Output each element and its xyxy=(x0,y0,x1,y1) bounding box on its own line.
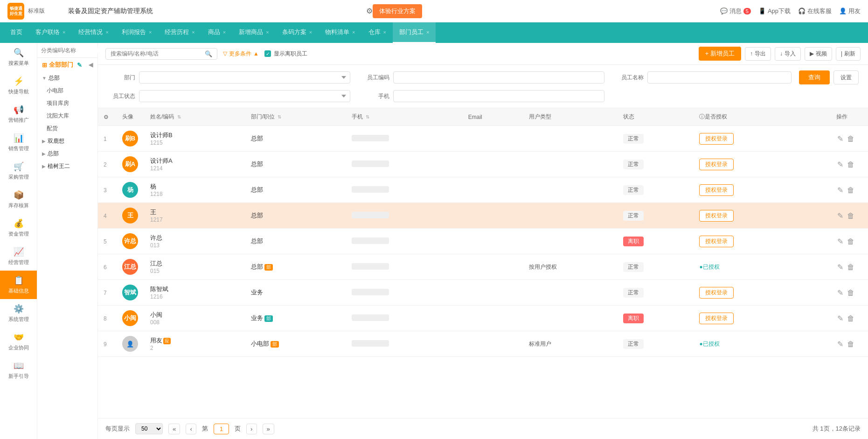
nav-tab-仓库[interactable]: 仓库× xyxy=(362,22,393,43)
tab-close-icon[interactable]: × xyxy=(352,29,355,35)
auth-btn[interactable]: 授权登录 xyxy=(699,133,734,145)
import-btn[interactable]: ↓ 导入 xyxy=(775,47,801,61)
left-nav-item-企业协同[interactable]: 🤝企业协同 xyxy=(0,328,37,356)
delete-btn[interactable]: 🗑 xyxy=(846,237,855,247)
delete-btn[interactable]: 🗑 xyxy=(846,160,855,170)
tab-close-icon[interactable]: × xyxy=(62,29,65,35)
delete-btn[interactable]: 🗑 xyxy=(846,339,855,349)
nav-tab-利润报告[interactable]: 利润报告× xyxy=(115,22,158,43)
tab-close-icon[interactable]: × xyxy=(223,29,226,35)
nav-tab-客户联络[interactable]: 客户联络× xyxy=(29,22,72,43)
delete-btn[interactable]: 🗑 xyxy=(846,288,855,298)
try-btn[interactable]: 体验行业方案 xyxy=(373,4,422,18)
settings-icon[interactable]: ⚙ xyxy=(366,7,373,15)
edit-btn[interactable]: ✎ xyxy=(836,185,844,195)
th-phone[interactable]: 手机 ⇅ xyxy=(346,108,463,126)
edit-btn[interactable]: ✎ xyxy=(836,287,844,298)
left-nav-item-销售管理[interactable]: 📊销售管理 xyxy=(0,128,37,157)
search-icon[interactable]: 🔍 xyxy=(205,50,212,57)
message-btn[interactable]: 💬 消息 5 xyxy=(720,7,751,15)
print-btn[interactable]: | 刷新 xyxy=(836,47,861,61)
nav-tab-物料清单[interactable]: 物料清单× xyxy=(319,22,361,43)
dept-item-配货[interactable]: 配货 xyxy=(37,122,97,135)
service-btn[interactable]: 🎧 在线客服 xyxy=(798,7,832,15)
user-btn[interactable]: 👤 用友 xyxy=(839,7,861,15)
nav-tab-条码方案[interactable]: 条码方案× xyxy=(276,22,319,43)
dept-group-title-双鹿想[interactable]: ▶ 双鹿想 xyxy=(37,135,97,147)
filter-phone-input[interactable] xyxy=(393,90,604,102)
edit-btn[interactable]: ✎ xyxy=(836,339,844,349)
left-nav-item-资金管理[interactable]: 💰资金管理 xyxy=(0,214,37,242)
nav-tab-经营历程[interactable]: 经营历程× xyxy=(158,22,201,43)
nav-tab-商品[interactable]: 商品× xyxy=(201,22,232,43)
dept-item-小电部[interactable]: 小电部 xyxy=(37,84,97,97)
dept-group-title-总部[interactable]: ▶ 总部 xyxy=(37,147,97,160)
auth-btn[interactable]: 授权登录 xyxy=(699,287,734,299)
tab-close-icon[interactable]: × xyxy=(309,29,312,35)
left-nav-item-系统管理[interactable]: ⚙️系统管理 xyxy=(0,299,37,328)
add-employee-btn[interactable]: + 新增员工 xyxy=(699,47,741,61)
show-departed-toggle[interactable]: ✓ 显示离职员工 xyxy=(264,50,307,58)
view-btn[interactable]: ▶ 视频 xyxy=(805,47,832,61)
edit-btn[interactable]: ✎ xyxy=(836,236,844,247)
left-nav-item-库存核算[interactable]: 📦库存核算 xyxy=(0,185,37,214)
auth-btn[interactable]: 授权登录 xyxy=(699,159,734,170)
dept-group-title-总部[interactable]: ▼ 总部 xyxy=(37,72,97,84)
filter-code-input[interactable] xyxy=(393,71,604,84)
left-nav-item-经营管理[interactable]: 📈经营管理 xyxy=(0,242,37,271)
nav-tab-部门员工[interactable]: 部门员工× xyxy=(393,22,436,43)
dept-collapse-icon[interactable]: ◀ xyxy=(89,62,93,68)
all-dept-btn[interactable]: ⊞ 全部部门 ✎ ◀ xyxy=(37,58,97,72)
tab-close-icon[interactable]: × xyxy=(266,29,269,35)
dept-item-沈阳大库[interactable]: 沈阳大库 xyxy=(37,110,97,122)
auth-btn[interactable]: 授权登录 xyxy=(699,184,734,196)
th-name[interactable]: 姓名/编码 ⇅ xyxy=(145,108,245,126)
delete-btn[interactable]: 🗑 xyxy=(846,134,855,144)
app-download-btn[interactable]: 📱 App下载 xyxy=(758,7,791,15)
dept-item-项目库房[interactable]: 项目库房 xyxy=(37,97,97,110)
prev-page-btn[interactable]: ‹ xyxy=(186,424,196,434)
edit-btn[interactable]: ✎ xyxy=(836,133,844,144)
last-page-btn[interactable]: » xyxy=(263,424,274,434)
nav-tab-首页[interactable]: 首页 xyxy=(4,22,29,43)
delete-btn[interactable]: 🗑 xyxy=(846,185,855,195)
delete-btn[interactable]: 🗑 xyxy=(846,262,855,272)
filter-status-select[interactable] xyxy=(139,90,350,102)
first-page-btn[interactable]: « xyxy=(168,424,180,434)
nav-tab-经营情况[interactable]: 经营情况× xyxy=(72,22,115,43)
departed-checkbox[interactable]: ✓ xyxy=(264,50,271,57)
auth-btn[interactable]: 授权登录 xyxy=(699,210,734,222)
tab-close-icon[interactable]: × xyxy=(105,29,108,35)
left-nav-item-基础信息[interactable]: 📋基础信息 xyxy=(0,271,37,299)
dept-edit-icon[interactable]: ✎ xyxy=(77,62,82,69)
left-nav-item-快捷导航[interactable]: ⚡快捷导航 xyxy=(0,71,37,100)
left-nav-item-采购管理[interactable]: 🛒采购管理 xyxy=(0,157,37,185)
page-size-select[interactable]: 50 100 xyxy=(135,423,163,434)
dept-group-title-植树王二[interactable]: ▶ 植树王二 xyxy=(37,160,97,173)
nav-tab-新增商品[interactable]: 新增商品× xyxy=(232,22,275,43)
filter-name-input[interactable] xyxy=(647,71,792,84)
filter-settings-btn[interactable]: 设置 xyxy=(833,70,859,84)
more-filter-btn[interactable]: ▽ 更多条件 ▲ xyxy=(223,50,259,58)
search-input[interactable] xyxy=(111,50,202,57)
tab-close-icon[interactable]: × xyxy=(192,29,194,35)
export-btn[interactable]: ↑ 导出 xyxy=(745,47,771,61)
edit-btn[interactable]: ✎ xyxy=(836,313,844,324)
auth-btn[interactable]: 授权登录 xyxy=(699,236,734,247)
left-nav-item-新手引导[interactable]: 📖新手引导 xyxy=(0,356,37,384)
left-nav-item-搜索菜单[interactable]: 🔍搜索菜单 xyxy=(0,43,37,71)
left-nav-item-营销推广[interactable]: 📢营销推广 xyxy=(0,100,37,128)
filter-dept-select[interactable] xyxy=(139,71,350,84)
tab-close-icon[interactable]: × xyxy=(149,29,152,35)
edit-btn[interactable]: ✎ xyxy=(836,262,844,272)
auth-btn[interactable]: 授权登录 xyxy=(699,313,734,324)
settings-icon[interactable]: ⚙ xyxy=(104,114,109,120)
page-current[interactable]: 1 xyxy=(214,424,229,434)
th-dept[interactable]: 部门/职位 ⇅ xyxy=(245,108,346,126)
tab-close-icon[interactable]: × xyxy=(426,29,429,35)
delete-btn[interactable]: 🗑 xyxy=(846,314,855,324)
next-page-btn[interactable]: › xyxy=(246,424,257,434)
th-settings[interactable]: ⚙ xyxy=(98,108,117,126)
delete-btn[interactable]: 🗑 xyxy=(846,211,855,221)
edit-btn[interactable]: ✎ xyxy=(836,210,844,221)
